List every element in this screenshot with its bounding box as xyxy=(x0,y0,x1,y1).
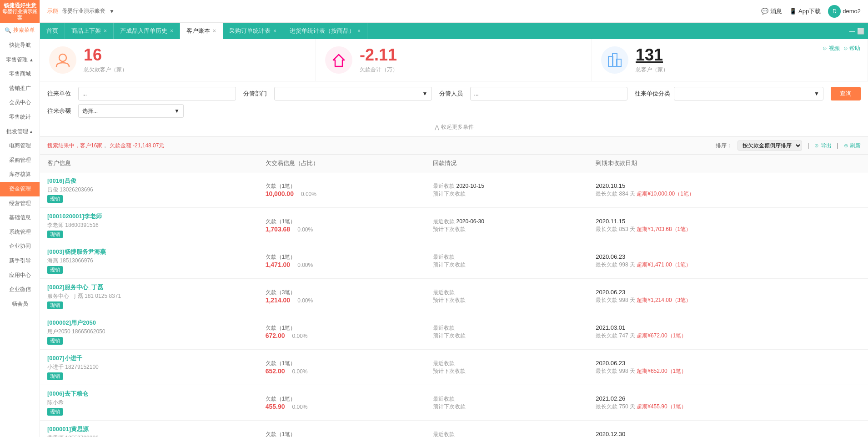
sidebar-item-finance[interactable]: 资金管理 xyxy=(0,182,40,196)
customer-name-link-0[interactable]: [0016]吕俊 xyxy=(47,177,251,185)
overdue-link-5[interactable]: 超期¥652.00（1笔） xyxy=(637,368,687,374)
customer-badge-5: 现销 xyxy=(47,372,63,380)
debt-ratio-1: 0.00% xyxy=(297,226,313,233)
debt-amount-3[interactable]: 1,214.00 xyxy=(266,296,291,304)
tab-production-history[interactable]: 产成品入库单历史 × xyxy=(114,23,180,39)
td-debt-7: 欠款（1笔） 429.00 0.00% xyxy=(258,421,426,437)
overdue-link-2[interactable]: 超期¥1,471.00（1笔） xyxy=(637,261,691,268)
overdue-link-6[interactable]: 超期¥455.90（1笔） xyxy=(637,403,687,410)
maximize-icon[interactable]: ⬜ xyxy=(857,28,864,35)
recent-label-2: 最近收款 xyxy=(433,254,455,260)
tab-purchase-stats[interactable]: 采购订单统计表 × xyxy=(223,23,283,39)
refresh-button[interactable]: ⊙ 刷新 xyxy=(844,142,861,150)
debt-count-4: 欠款（1笔） xyxy=(266,325,296,331)
customer-name-link-2[interactable]: [0003]畅捷服务尹海燕 xyxy=(47,248,251,256)
app-download-button[interactable]: 📱 App下载 xyxy=(789,7,821,15)
stat-actions-total-customers: ⊙ 视频 ⊙ 帮助 xyxy=(823,45,860,52)
dept-select[interactable]: ▼ xyxy=(274,87,432,100)
tab-purchase-stats-close[interactable]: × xyxy=(273,28,276,34)
export-icon: ⊙ xyxy=(814,142,819,149)
stat-icon-total-customers xyxy=(601,46,628,74)
overdue-days-3: 最长欠款 998 天 xyxy=(596,297,637,303)
sidebar-item-retail-stats[interactable]: 零售统计 xyxy=(0,110,40,125)
debt-amount-5[interactable]: 652.00 xyxy=(266,367,285,375)
stat-icon-debt-customers xyxy=(49,46,76,74)
overdue-link-3[interactable]: 超期¥1,214.00（3笔） xyxy=(637,297,691,303)
user-menu[interactable]: D demo2 xyxy=(828,5,861,18)
overdue-link-4[interactable]: 超期¥672.00（1笔） xyxy=(637,332,687,339)
sidebar-item-quick-nav[interactable]: 快捷导航 xyxy=(0,38,40,53)
header-right: 💬 消息 📱 App下载 D demo2 xyxy=(761,5,861,18)
logo-line2: 母婴行业演示账套 xyxy=(0,9,40,20)
avatar: D xyxy=(828,5,841,18)
table-row: [0001020001]李老师 李老师 18600391516 现销 欠款（1笔… xyxy=(40,208,868,243)
debt-amount-2[interactable]: 1,471.00 xyxy=(266,261,291,268)
tab-production-history-close[interactable]: × xyxy=(170,28,173,34)
customer-name-link-7[interactable]: [000001]黄思源 xyxy=(47,425,251,433)
sidebar-item-app-center[interactable]: 应用中心 xyxy=(0,268,40,283)
person-input[interactable]: ... xyxy=(470,87,628,100)
sort-select[interactable]: 按欠款金额倒序排序 xyxy=(738,141,802,151)
stat-card-debt-total: -2.11 欠款合计（万） xyxy=(316,39,592,81)
sidebar-item-retail-mall[interactable]: 零售商城 xyxy=(0,67,40,81)
td-due-1: 2020.11.15 最长欠款 853 天 超期¥1,703.68（1笔） xyxy=(588,208,868,243)
search-menu-button[interactable]: 🔍 搜索菜单 xyxy=(0,23,40,38)
tab-product-listing[interactable]: 商品上下架 × xyxy=(65,23,114,39)
sidebar-item-retail-mgmt[interactable]: 零售管理▲ xyxy=(0,53,40,67)
collapse-filters-button[interactable]: ⋀ 收起更多条件 xyxy=(47,121,861,133)
customer-contact-1: 李老师 18600391516 xyxy=(47,221,251,229)
customer-name-link-3[interactable]: [0002]服务中心_丁磊 xyxy=(47,283,251,291)
sidebar-item-member2[interactable]: 畅会员 xyxy=(0,297,40,311)
td-due-4: 2021.03.01 最长欠款 747 天 超期¥672.00（1笔） xyxy=(588,314,868,350)
sidebar-item-basic-info[interactable]: 基础信息 xyxy=(0,211,40,225)
sidebar-item-ecommerce[interactable]: 电商管理 xyxy=(0,139,40,153)
source-unit-input[interactable]: ... xyxy=(78,87,236,100)
tab-product-listing-close[interactable]: × xyxy=(104,28,107,34)
tab-inbound-stats[interactable]: 进货单统计表（按商品） × xyxy=(283,23,367,39)
sidebar-item-operations[interactable]: 经营管理 xyxy=(0,196,40,211)
customer-name-link-6[interactable]: [0006]去下粮仓 xyxy=(47,390,251,398)
overdue-link-1[interactable]: 超期¥1,703.68（1笔） xyxy=(637,226,691,232)
sidebar-item-system[interactable]: 系统管理 xyxy=(0,225,40,240)
query-button[interactable]: 查询 xyxy=(831,87,861,100)
td-debt-5: 欠款（1笔） 652.00 0.00% xyxy=(258,350,426,385)
td-due-6: 2021.02.26 最长欠款 750 天 超期¥455.90（1笔） xyxy=(588,385,868,421)
td-due-0: 2020.10.15 最长欠款 884 天 超期¥10,000.00（1笔） xyxy=(588,172,868,208)
unit-class-select[interactable]: ▼ xyxy=(674,87,823,100)
debt-amount-6[interactable]: 455.90 xyxy=(266,403,285,410)
balance-select[interactable]: 选择... ▼ xyxy=(78,104,184,118)
due-date-7: 2020.12.30 xyxy=(596,431,861,437)
tab-home[interactable]: 首页 xyxy=(40,23,65,39)
help-button[interactable]: ⊙ 帮助 xyxy=(843,45,860,52)
sidebar-item-purchase[interactable]: 采购管理 xyxy=(0,153,40,168)
source-unit-dots: ... xyxy=(82,90,87,97)
tab-customer-ledger[interactable]: 客户账本 × xyxy=(180,23,223,39)
sidebar-item-wechat[interactable]: 企业微信 xyxy=(0,282,40,297)
customer-name-link-5[interactable]: [0007]小进千 xyxy=(47,354,251,362)
tab-customer-ledger-close[interactable]: × xyxy=(213,28,216,34)
sidebar-item-wholesale[interactable]: 批发管理▲ xyxy=(0,125,40,139)
debt-amount-1[interactable]: 1,703.68 xyxy=(266,226,291,233)
td-customer-7: [000001]黄思源 黄思源 13552700226 现销 xyxy=(40,421,258,437)
td-debt-6: 欠款（1笔） 455.90 0.00% xyxy=(258,385,426,421)
debt-amount-4[interactable]: 672.00 xyxy=(266,332,285,339)
export-button[interactable]: ⊙ 导出 xyxy=(814,142,831,150)
sidebar-item-member[interactable]: 会员中心 xyxy=(0,95,40,110)
debt-ratio-2: 0.00% xyxy=(297,262,313,268)
debt-amount-0[interactable]: 10,000.00 xyxy=(266,190,294,197)
customer-name-link-4[interactable]: [000002]用户2050 xyxy=(47,319,251,327)
customer-name-link-1[interactable]: [0001020001]李老师 xyxy=(47,212,251,221)
td-customer-5: [0007]小进千 小进千 18279152100 现销 xyxy=(40,350,258,385)
minimize-icon[interactable]: — xyxy=(849,28,855,35)
message-button[interactable]: 💬 消息 xyxy=(761,7,782,15)
overdue-link-0[interactable]: 超期¥10,000.00（1笔） xyxy=(637,191,694,197)
debt-count-6: 欠款（1笔） xyxy=(266,396,296,402)
sidebar-item-guide[interactable]: 新手引导 xyxy=(0,254,40,268)
sidebar-item-enterprise[interactable]: 企业协同 xyxy=(0,239,40,254)
sidebar-item-marketing[interactable]: 营销推广 xyxy=(0,81,40,96)
customer-badge-0: 现销 xyxy=(47,195,63,203)
sidebar-item-inventory[interactable]: 库存核算 xyxy=(0,167,40,182)
video-button[interactable]: ⊙ 视频 xyxy=(823,45,839,52)
tab-inbound-stats-close[interactable]: × xyxy=(357,28,361,34)
refresh-label: 刷新 xyxy=(850,142,861,149)
